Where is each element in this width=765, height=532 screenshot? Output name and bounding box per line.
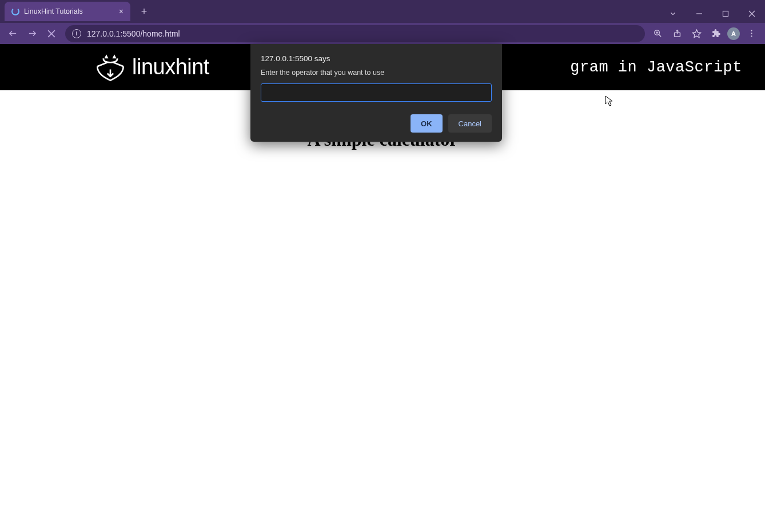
js-prompt-dialog: 127.0.0.1:5500 says Enter the operator t… (250, 44, 502, 142)
svg-marker-14 (692, 30, 700, 37)
kebab-menu-icon[interactable] (743, 26, 759, 42)
svg-line-9 (659, 35, 661, 37)
ok-button[interactable]: OK (411, 114, 443, 133)
minimize-window-button[interactable] (686, 5, 712, 23)
zoom-icon[interactable] (650, 26, 666, 42)
close-tab-icon[interactable]: × (119, 7, 123, 16)
close-window-button[interactable] (739, 5, 765, 23)
window-controls (660, 5, 765, 23)
share-icon[interactable] (669, 26, 685, 42)
site-info-icon[interactable]: i (72, 29, 81, 38)
maximize-window-button[interactable] (712, 5, 739, 23)
logo-text: linuxhint (132, 55, 209, 79)
stop-reload-button[interactable] (42, 25, 61, 43)
forward-button[interactable] (23, 25, 41, 43)
banner-title-fragment: gram in JavaScript (570, 59, 765, 76)
site-logo[interactable]: linuxhint (94, 51, 209, 83)
back-button[interactable] (3, 25, 22, 43)
avatar-initial: A (731, 30, 736, 37)
address-bar[interactable]: i 127.0.0.1:5500/home.html (65, 25, 645, 42)
dialog-button-row: OK Cancel (261, 114, 492, 133)
url-text: 127.0.0.1:5500/home.html (87, 29, 180, 38)
extensions-icon[interactable] (708, 26, 724, 42)
tab-title: LinuxHint Tutorials (24, 7, 83, 15)
chevron-down-icon[interactable] (660, 5, 686, 23)
dialog-origin-text: 127.0.0.1:5500 says (261, 54, 492, 63)
dialog-message: Enter the operator that you want to use (261, 69, 492, 77)
bookmark-star-icon[interactable] (688, 26, 704, 42)
tab-strip: LinuxHint Tutorials × + (0, 0, 152, 23)
svg-rect-1 (723, 11, 728, 17)
loading-spinner-icon (11, 7, 19, 15)
linuxhint-logo-icon (94, 51, 126, 83)
svg-point-16 (751, 33, 752, 34)
profile-avatar[interactable]: A (727, 27, 740, 40)
new-tab-button[interactable]: + (136, 3, 152, 19)
page-viewport: linuxhint gram in JavaScript A simple ca… (0, 44, 765, 532)
prompt-input[interactable] (261, 83, 492, 102)
browser-toolbar: i 127.0.0.1:5500/home.html A (0, 23, 765, 44)
cancel-button[interactable]: Cancel (448, 114, 492, 133)
browser-titlebar: LinuxHint Tutorials × + (0, 0, 765, 23)
svg-point-17 (751, 35, 752, 37)
toolbar-actions: A (650, 26, 762, 42)
svg-point-15 (751, 30, 752, 31)
browser-tab[interactable]: LinuxHint Tutorials × (5, 2, 130, 21)
